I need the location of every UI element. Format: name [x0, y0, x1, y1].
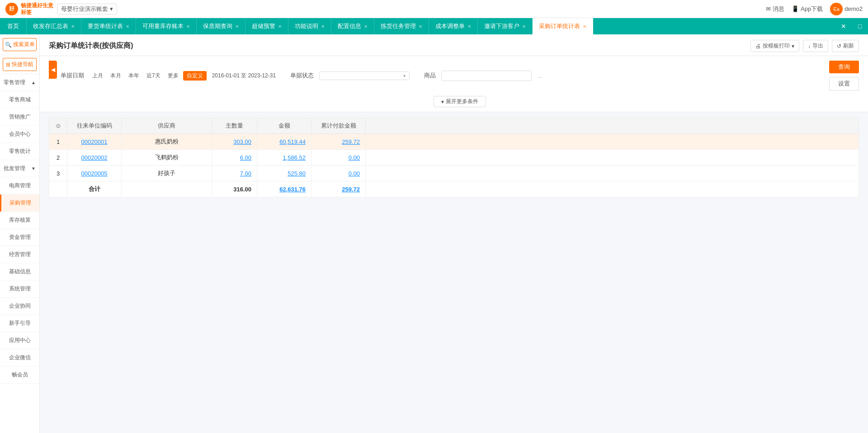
date-range-display: 2016-01-01 至 2023-12-31	[212, 72, 276, 80]
footer-paid[interactable]: 259.72	[311, 181, 366, 197]
footer-amount[interactable]: 62,631.76	[257, 181, 311, 197]
sidebar-item-app-center[interactable]: 应用中心	[0, 332, 39, 349]
row-qty[interactable]: 6.00	[212, 150, 257, 166]
chevron-down-icon: ▼	[31, 166, 36, 171]
sidebar-item-member-vip[interactable]: 畅会员	[0, 366, 39, 384]
close-tab-purchase-summary[interactable]: ✕	[583, 24, 586, 29]
gear-icon[interactable]: ⚙	[56, 123, 61, 129]
query-button[interactable]: 查询	[829, 61, 859, 73]
quick-nav-button[interactable]: ⊞ 快捷导航	[3, 58, 37, 71]
tab-validity-query[interactable]: 保质期查询 ✕	[197, 18, 245, 34]
sidebar-item-inventory-check[interactable]: 库存核算	[0, 212, 39, 229]
close-tab-function-desc[interactable]: ✕	[321, 24, 325, 29]
row-amount[interactable]: 60,519.44	[257, 134, 311, 150]
tab-available-stock[interactable]: 可用量库存账本 ✕	[136, 18, 197, 34]
row-supplier: 惠氏奶粉	[122, 134, 212, 150]
sidebar-item-operation-manage[interactable]: 经营管理	[0, 246, 39, 263]
page-header-actions: 🖨 按模板打印 ▾ ↓ 导出 ↺ 刷新	[750, 40, 859, 52]
sidebar-item-enterprise-collab[interactable]: 企业协同	[0, 298, 39, 315]
sidebar-item-retail-manage[interactable]: 零售管理 ▲	[0, 74, 39, 91]
message-action[interactable]: ✉ 消息	[766, 5, 784, 13]
row-code[interactable]: 00020005	[67, 166, 122, 181]
shortcut-this-year[interactable]: 本年	[126, 71, 142, 81]
shortcut-last-month[interactable]: 上月	[90, 71, 106, 81]
sidebar-item-marketing[interactable]: 营销推广	[0, 109, 39, 126]
shortcut-last-7-days[interactable]: 近7天	[144, 71, 163, 81]
sidebar-item-retail-shop[interactable]: 零售商城	[0, 91, 39, 109]
download-icon: 📱	[792, 5, 799, 12]
sidebar-item-retail-stats[interactable]: 零售统计	[0, 143, 39, 160]
row-qty[interactable]: 7.00	[212, 166, 257, 181]
row-code[interactable]: 00020001	[67, 134, 122, 150]
row-paid[interactable]: 259.72	[311, 134, 366, 150]
row-code[interactable]: 00020002	[67, 150, 122, 166]
tab-home[interactable]: 首页	[0, 18, 27, 34]
close-tab-invite-downstream[interactable]: ✕	[522, 24, 526, 29]
tab-receive-summary[interactable]: 收发存汇总表 ✕	[27, 18, 81, 34]
search-icon: 🔍	[5, 42, 12, 48]
refresh-button[interactable]: ↺ 刷新	[832, 40, 859, 52]
table-footer-row: 合计 316.00 62,631.76 259.72	[49, 181, 859, 197]
close-tab-available-stock[interactable]: ✕	[186, 24, 190, 29]
row-paid[interactable]: 0.00	[311, 150, 366, 166]
expand-conditions-button[interactable]: ▾ 展开更多条件	[434, 96, 486, 107]
tab-function-desc[interactable]: 功能说明 ✕	[288, 18, 331, 34]
shortcut-this-month[interactable]: 本月	[108, 71, 124, 81]
table-row: 1 00020001 惠氏奶粉 303.00 60,519.44 259.72	[49, 134, 859, 150]
nav-icon: ⊞	[6, 62, 10, 68]
tab-cost-adjust[interactable]: 成本调整单 ✕	[429, 18, 478, 34]
status-select[interactable]: ▾	[319, 71, 410, 80]
collapse-arrow-button[interactable]: ◀	[49, 61, 57, 79]
close-window-button[interactable]: ✕	[835, 18, 852, 34]
filter-row-1: 单据日期 上月 本月 本年 近7天 更多 自定义 2016-01-01 至 20…	[61, 61, 859, 90]
sidebar-item-ecommerce-manage[interactable]: 电商管理	[0, 177, 39, 195]
shortcut-more[interactable]: 更多	[165, 71, 181, 81]
close-tab-overstock-warning[interactable]: ✕	[278, 24, 282, 29]
close-tab-pick-task[interactable]: ✕	[419, 24, 422, 29]
sidebar-item-system-manage[interactable]: 系统管理	[0, 281, 39, 298]
tab-overstock-warning[interactable]: 超储预警 ✕	[245, 18, 288, 34]
maximize-window-button[interactable]: □	[852, 18, 868, 34]
logo-area: 好 畅捷通好生意 标签	[5, 2, 53, 15]
close-tab-cost-adjust[interactable]: ✕	[467, 24, 471, 29]
message-icon: ✉	[766, 5, 771, 12]
tab-pick-task[interactable]: 拣货任务管理 ✕	[374, 18, 429, 34]
export-button[interactable]: ↓ 导出	[803, 40, 828, 52]
sidebar-item-member-center[interactable]: 会员中心	[0, 126, 39, 143]
close-tab-goods-summary[interactable]: ✕	[126, 24, 129, 29]
table-header-row: ⚙ 往来单位编码 供应商 主数量 金额 累计付款金额	[49, 118, 859, 134]
sidebar-item-finance-manage[interactable]: 资金管理	[0, 229, 39, 246]
search-menu-button[interactable]: 🔍 搜索菜单	[3, 38, 37, 51]
close-tab-receive-summary[interactable]: ✕	[71, 24, 75, 29]
top-bar: 好 畅捷通好生意 标签 母婴行业演示账套 ▾ ✉ 消息 📱 App下载 Ea d…	[0, 0, 868, 18]
sidebar-item-basic-info[interactable]: 基础信息	[0, 263, 39, 281]
row-qty[interactable]: 303.00	[212, 134, 257, 150]
print-button[interactable]: 🖨 按模板打印 ▾	[750, 40, 799, 52]
data-table: ⚙ 往来单位编码 供应商 主数量 金额 累计付款金额 1 00020001 惠氏…	[49, 118, 859, 197]
row-num: 1	[49, 134, 67, 150]
tab-purchase-summary[interactable]: 采购订单统计表 ✕	[533, 18, 593, 34]
content-area: 采购订单统计表(按供应商) 🖨 按模板打印 ▾ ↓ 导出 ↺ 刷新	[40, 34, 868, 433]
row-amount[interactable]: 525.80	[257, 166, 311, 181]
sidebar-item-new-guide[interactable]: 新手引导	[0, 315, 39, 332]
tab-goods-summary[interactable]: 要货单统计表 ✕	[81, 18, 136, 34]
tab-invite-downstream[interactable]: 邀请下游客户 ✕	[478, 18, 533, 34]
close-tab-config-info[interactable]: ✕	[364, 24, 368, 29]
col-header-paid: 累计付款金额	[311, 118, 366, 134]
app-download-action[interactable]: 📱 App下载	[792, 5, 823, 13]
tab-config-info[interactable]: 配置信息 ✕	[331, 18, 374, 34]
user-profile[interactable]: Ea demo2	[830, 3, 863, 15]
sidebar-item-wholesale-manage[interactable]: 批发管理 ▼	[0, 160, 39, 177]
close-tab-validity-query[interactable]: ✕	[235, 24, 239, 29]
page-header: 采购订单统计表(按供应商) 🖨 按模板打印 ▾ ↓ 导出 ↺ 刷新	[40, 34, 868, 56]
settings-button[interactable]: 设置	[829, 77, 859, 90]
sidebar-item-enterprise-wechat[interactable]: 企业微信	[0, 349, 39, 366]
goods-more-icon[interactable]: ...	[537, 72, 542, 79]
row-paid[interactable]: 0.00	[311, 166, 366, 181]
row-supplier: 飞鹤奶粉	[122, 150, 212, 166]
row-amount[interactable]: 1,586.52	[257, 150, 311, 166]
sidebar-item-purchase-manage[interactable]: 采购管理	[0, 195, 39, 212]
custom-date-badge[interactable]: 自定义	[183, 71, 207, 81]
goods-input[interactable]	[441, 71, 532, 81]
industry-selector[interactable]: 母婴行业演示账套 ▾	[57, 4, 117, 14]
